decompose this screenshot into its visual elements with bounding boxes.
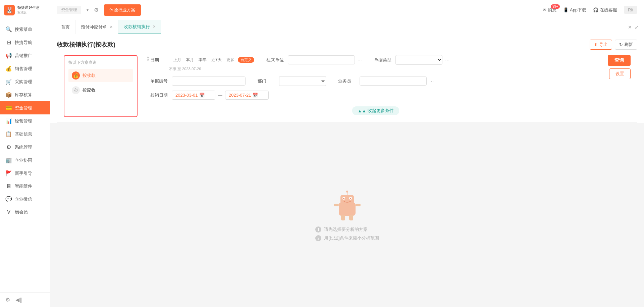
user-avatar[interactable]: Rit [624,6,637,14]
dept-select[interactable] [279,76,326,86]
settings-gear-icon[interactable]: ⚙ [5,297,10,303]
staff-input[interactable] [360,76,427,86]
sidebar-item-search[interactable]: 🔍 搜索菜单 [0,23,50,36]
headset-icon: 🎧 [593,7,598,12]
message-button[interactable]: ✉ 消息 99+ [543,7,556,13]
message-icon: ✉ [543,7,546,12]
sidebar-item-marketing[interactable]: 📢 营销推广 [0,49,50,62]
sidebar-item-sales[interactable]: 💰 销售管理 [0,62,50,75]
doctype-label: 单据类型 [374,57,393,63]
tab-home[interactable]: 首页 [56,20,75,34]
sidebar-item-system[interactable]: ⚙ 系统管理 [0,141,50,154]
hint-num-1: 1 [315,226,321,233]
filter-verify-date-group: 核销日期 2023-03-01 📅 — 2023-07-21 📅 [150,91,269,100]
tab-collection-close-icon[interactable]: ✕ [153,24,156,29]
sidebar-item-vip[interactable]: V 畅会员 [0,206,50,218]
svg-point-4 [343,198,344,199]
filter-staff-group: 业务员 ··· [338,76,434,86]
content-area: 收款核销执行(按收款) ⬆ 导出 ↻ 刷新 按以下方案查询 [50,34,644,307]
breadcrumb: 资金管理 [57,6,81,14]
filter-scheme-selector: 按以下方案查询 💰 按收款 ⏱ 按应收 [64,55,138,117]
sidebar-item-label: 采购管理 [15,79,32,85]
sidebar-menu: 🔍 搜索菜单 ⊞ 快捷导航 📢 营销推广 💰 销售管理 🛒 采购管理 📦 库存核… [0,20,50,292]
this-month-btn[interactable]: 本月 [184,56,195,63]
setting-button[interactable]: 设置 [609,68,631,79]
counterpart-input[interactable] [288,55,355,64]
refresh-button[interactable]: ↻ 刷新 [615,40,637,50]
svg-rect-7 [356,204,361,206]
filter-fields: 日期 上月 本月 本年 近7天 更多 自定义 [150,55,631,117]
online-service-button[interactable]: 🎧 在线客服 [593,7,617,13]
chevron-down-icon: ▾ [87,8,89,12]
tab-collection[interactable]: 收款核销执行 ✕ [118,20,161,34]
filter-row-1: 日期 上月 本月 本年 近7天 更多 自定义 [150,55,601,65]
solution-button[interactable]: 体验行业方案 [104,4,141,16]
inventory-icon: 📦 [5,92,12,98]
svg-rect-8 [341,215,345,220]
top-header: 资金管理 ▾ ⚙ 体验行业方案 ✉ 消息 99+ 📱 App下载 🎧 在线客服 … [50,0,644,20]
tab-prepay-close-icon[interactable]: ✕ [110,25,113,29]
sidebar-item-label: 资金管理 [15,105,32,111]
filter-left-title: 按以下方案查询 [68,60,133,65]
verify-date-end[interactable]: 2023-07-21 📅 [225,91,269,100]
more-btn[interactable]: 更多 [225,56,236,63]
sidebar-item-label: 库存核算 [15,92,32,98]
sidebar-collapse-button[interactable]: ◀‖ [15,297,22,303]
guide-icon: 🚩 [5,170,12,176]
collapse-more-button[interactable]: ▲▲ 收起更多条件 [352,106,399,115]
filter-row-3: 核销日期 2023-03-01 📅 — 2023-07-21 📅 [150,91,601,100]
page-header: 收款核销执行(按收款) ⬆ 导出 ↻ 刷新 按以下方案查询 [50,34,644,123]
svg-rect-1 [340,195,354,204]
export-button[interactable]: ⬆ 导出 [590,40,612,50]
last-month-btn[interactable]: 上月 [172,56,182,63]
sidebar-item-inventory[interactable]: 📦 库存核算 [0,88,50,101]
sidebar-item-label: 新手引导 [15,170,32,176]
sidebar-item-shortcut[interactable]: ⊞ 快捷导航 [0,36,50,49]
date-shortcuts: 上月 本月 本年 近7天 更多 自定义 [172,56,254,63]
doctype-more-icon[interactable]: ··· [445,57,449,63]
sidebar-item-wechat[interactable]: 💬 企业微信 [0,193,50,206]
sidebar-item-purchase[interactable]: 🛒 采购管理 [0,75,50,88]
svg-point-5 [350,198,351,199]
staff-more-icon[interactable]: ··· [429,78,434,84]
last-7days-btn[interactable]: 近7天 [210,56,223,63]
counterpart-more-icon[interactable]: ··· [358,57,362,63]
export-icon: ⬆ [594,42,598,47]
docnumber-input[interactable] [172,76,246,86]
sidebar-item-label: 营销推广 [15,53,32,59]
filter-counterpart-group: 往来单位 ··· [266,55,362,64]
staff-label: 业务员 [338,78,357,84]
sidebar-item-hardware[interactable]: 🖥 智能硬件 [0,180,50,193]
sidebar-item-operations[interactable]: 📊 经营管理 [0,114,50,127]
marketing-icon: 📢 [5,52,12,59]
expand-window-icon[interactable]: ⤢ [635,24,639,30]
sidebar-item-capital[interactable]: 💳 资金管理 [0,101,50,114]
custom-date-badge[interactable]: 自定义 [238,57,254,63]
header-gear-icon[interactable]: ⚙ [94,7,99,13]
app-download-button[interactable]: 📱 App下载 [563,7,586,13]
calendar-icon: 📅 [253,93,258,98]
sidebar-item-label: 快捷导航 [15,40,32,46]
this-year-btn[interactable]: 本年 [197,56,208,63]
message-badge: 99+ [551,4,560,9]
filter-by-receipt[interactable]: 💰 按收款 [68,69,133,82]
filter-collapse-button[interactable]: << [146,55,150,117]
page-actions: ⬆ 导出 ↻ 刷新 [590,40,637,50]
sidebar-item-guide[interactable]: 🚩 新手引导 [0,167,50,180]
docnumber-label: 单据编号 [150,78,169,84]
doctype-select[interactable] [395,55,442,65]
basic-icon: 📋 [5,131,12,137]
tab-collection-label: 收款核销执行 [124,24,150,30]
empty-state: 1 请先选择要分析的方案 2 用[过滤]条件来缩小分析范围 [315,189,379,241]
close-window-icon[interactable]: ✕ [628,24,632,30]
sidebar-item-basic[interactable]: 📋 基础信息 [0,127,50,141]
filter-by-receivable[interactable]: ⏱ 按应收 [68,84,133,97]
phone-icon: 📱 [563,7,569,12]
svg-rect-9 [349,215,353,220]
verify-date-start[interactable]: 2023-03-01 📅 [172,91,215,100]
query-button[interactable]: 查询 [608,55,631,66]
empty-illustration [330,189,364,222]
sidebar-item-enterprise[interactable]: 🏢 企业协同 [0,154,50,167]
tab-prepay[interactable]: 预付冲应付单 ✕ [75,20,118,34]
tabs-right-actions: ✕ ⤢ [628,24,639,30]
